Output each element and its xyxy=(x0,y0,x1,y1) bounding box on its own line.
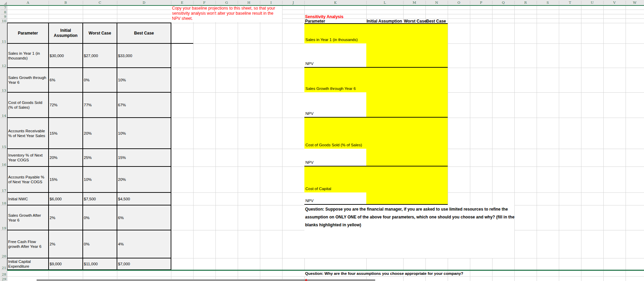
column-header-I[interactable]: I xyxy=(260,0,282,5)
row-header-20[interactable]: 20 xyxy=(0,230,6,258)
column-header-J[interactable]: J xyxy=(282,0,304,5)
npv-input-cell-cogs[interactable] xyxy=(304,149,366,166)
value-cell[interactable]: 0% xyxy=(84,230,116,258)
value-cell[interactable]: 67% xyxy=(118,92,170,118)
row-header-7[interactable]: 7 xyxy=(0,5,6,10)
row-header-29[interactable]: 29 xyxy=(0,276,6,281)
row-header-strip: 7891011121314151617181920212829 xyxy=(0,6,7,281)
parameter-cell[interactable]: Free Cash Flow growth After Year 6 xyxy=(8,230,48,258)
value-cell[interactable]: $4,500 xyxy=(118,192,170,205)
parameter-cell[interactable]: Accounts Receivable % of Next Year Sales xyxy=(8,118,48,149)
value-cell[interactable]: 20% xyxy=(84,118,116,149)
value-cell[interactable]: 20% xyxy=(50,149,82,166)
column-separator xyxy=(448,1,448,4)
row-header-21[interactable]: 21 xyxy=(0,258,6,270)
value-cell[interactable]: 10% xyxy=(84,166,116,192)
value-cell[interactable]: 0% xyxy=(84,68,116,92)
table-header-cell[interactable]: Best Case xyxy=(118,23,170,43)
value-cell[interactable]: 20% xyxy=(118,166,170,192)
question2-cell[interactable]: Question: Why are the four assumptions y… xyxy=(304,271,448,276)
sens-header-initial-assumption[interactable]: Initial Assumption xyxy=(367,19,402,24)
value-cell[interactable]: 77% xyxy=(84,92,116,118)
column-header-S[interactable]: S xyxy=(537,0,559,5)
parameter-cell[interactable]: Accounts Payable % of Next Year COGS xyxy=(8,166,48,192)
column-header-L[interactable]: L xyxy=(366,0,403,5)
row-header-15[interactable]: 15 xyxy=(0,118,6,149)
column-header-U[interactable]: U xyxy=(581,0,603,5)
table-header-cell[interactable]: Worst Case xyxy=(84,23,116,43)
column-header-Q[interactable]: Q xyxy=(492,0,514,5)
block-divider xyxy=(304,166,448,166)
value-cell[interactable]: 10% xyxy=(118,118,170,149)
row-header-17[interactable]: 17 xyxy=(0,166,6,193)
column-header-A[interactable]: A xyxy=(7,0,49,5)
row-header-16[interactable]: 16 xyxy=(0,149,6,167)
cell-note-annotation[interactable]: Copy your baseline projections to this s… xyxy=(171,5,282,22)
parameter-cell[interactable]: Cost of Goods Sold (% of Sales) xyxy=(8,92,48,118)
row-header-28[interactable]: 28 xyxy=(0,271,6,277)
column-header-F[interactable]: F xyxy=(193,0,215,5)
column-header-D[interactable]: D xyxy=(117,0,171,5)
column-header-H[interactable]: H xyxy=(238,0,260,5)
column-header-V[interactable]: V xyxy=(603,0,626,5)
sens-header-worst-case[interactable]: Worst Case xyxy=(404,19,426,24)
sensitivity-title[interactable]: Sensitivity Analysis xyxy=(305,14,343,19)
column-header-W[interactable]: W xyxy=(626,0,644,5)
value-cell[interactable]: $27,000 xyxy=(84,43,116,68)
value-cell[interactable]: 2% xyxy=(50,230,82,258)
column-header-C[interactable]: C xyxy=(83,0,117,5)
sens-header-parameter[interactable]: Parameter xyxy=(305,19,325,24)
column-header-P[interactable]: P xyxy=(470,0,492,5)
parameter-cell[interactable]: Initial Capital Expenditure xyxy=(8,258,48,270)
value-cell[interactable]: 25% xyxy=(84,149,116,166)
column-header-T[interactable]: T xyxy=(559,0,581,5)
value-cell[interactable]: 6% xyxy=(118,205,170,230)
row-header-9[interactable]: 9 xyxy=(0,14,6,19)
parameter-cell[interactable]: Inventory % of Next Year COGS xyxy=(8,149,48,166)
row-header-13[interactable]: 13 xyxy=(0,68,6,93)
column-header-O[interactable]: O xyxy=(448,0,470,5)
table-header-cell[interactable]: Parameter xyxy=(8,23,48,43)
npv-input-cell-sales-growth[interactable] xyxy=(304,92,366,117)
column-header-B[interactable]: B xyxy=(49,0,83,5)
table-header-cell[interactable]: Initial Assumption xyxy=(50,23,82,43)
value-cell[interactable]: $6,000 xyxy=(50,192,82,205)
value-cell[interactable]: $9,000 xyxy=(50,258,82,270)
npv-input-cell-sales-year1[interactable] xyxy=(304,43,366,67)
value-cell[interactable]: 15% xyxy=(118,149,170,166)
value-cell[interactable]: 2% xyxy=(50,205,82,230)
value-cell[interactable]: 15% xyxy=(50,166,82,192)
value-cell[interactable]: 4% xyxy=(118,230,170,258)
column-header-E[interactable]: E xyxy=(171,0,193,5)
parameter-cell[interactable]: Sales in Year 1 (in thousands) xyxy=(8,43,48,68)
row-header-19[interactable]: 19 xyxy=(0,205,6,230)
value-cell[interactable]: 72% xyxy=(50,92,82,118)
npv-input-cell-cost-of-capital[interactable] xyxy=(304,192,366,204)
row-header-18[interactable]: 18 xyxy=(0,192,6,205)
row-header-8[interactable]: 8 xyxy=(0,10,6,14)
parameter-cell[interactable]: Initial NWC xyxy=(8,192,48,205)
value-cell[interactable]: $7,000 xyxy=(118,258,170,270)
row-header-10[interactable]: 10 xyxy=(0,18,6,23)
value-cell[interactable]: 15% xyxy=(50,118,82,149)
sens-header-best-case[interactable]: Best Case xyxy=(426,19,446,24)
value-cell[interactable]: 6% xyxy=(50,68,82,92)
column-header-R[interactable]: R xyxy=(514,0,537,5)
column-header-N[interactable]: N xyxy=(425,0,448,5)
value-cell[interactable]: $7,500 xyxy=(84,192,116,205)
column-header-M[interactable]: M xyxy=(403,0,425,5)
parameter-cell[interactable]: Sales Growth through Year 6 xyxy=(8,68,48,92)
row-header-11[interactable]: 11 xyxy=(0,23,6,44)
column-header-K[interactable]: K xyxy=(304,0,366,5)
column-header-G[interactable]: G xyxy=(215,0,238,5)
value-cell[interactable]: $33,000 xyxy=(118,43,170,68)
value-cell[interactable]: 10% xyxy=(118,68,170,92)
value-cell[interactable]: 0% xyxy=(84,205,116,230)
row-header-14[interactable]: 14 xyxy=(0,92,6,118)
select-all-corner[interactable] xyxy=(0,0,7,5)
question1-cell[interactable]: Question: Suppose you are the financial … xyxy=(304,205,514,258)
value-cell[interactable]: $11,000 xyxy=(84,258,116,270)
value-cell[interactable]: $30,000 xyxy=(50,43,82,68)
row-header-12[interactable]: 12 xyxy=(0,43,6,68)
parameter-cell[interactable]: Sales Growth After Year 6 xyxy=(8,205,48,230)
